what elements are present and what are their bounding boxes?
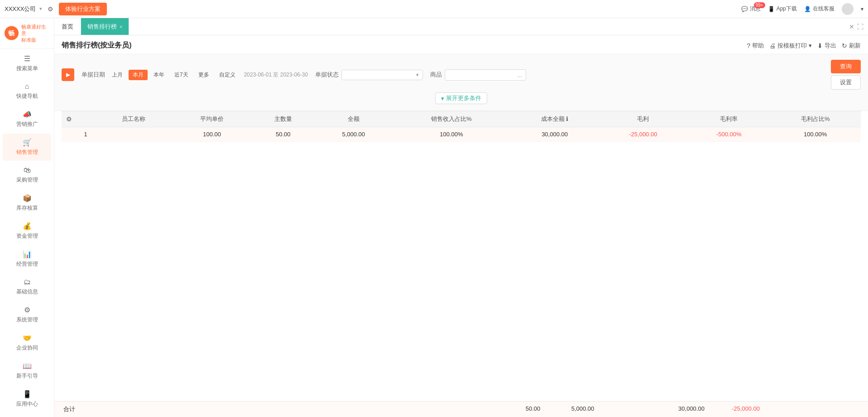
sidebar-item-finance[interactable]: 💰 资金管理: [3, 217, 51, 244]
table-cell-8: -25,000.00: [599, 127, 688, 142]
message-badge: 99+: [754, 2, 765, 8]
expand-more-btn[interactable]: ▾ 展开更多条件: [435, 92, 487, 104]
app-download-icon: 📱: [768, 6, 775, 12]
footer-total-amount: 5,000.00: [556, 405, 610, 413]
sidebar-item-inventory[interactable]: 📦 库存核算: [3, 189, 51, 216]
footer-sales-ratio: [610, 405, 664, 413]
th-settings-icon[interactable]: ⚙: [66, 115, 72, 123]
sidebar-label-quick-nav: 快捷导航: [16, 92, 38, 100]
print-btn[interactable]: 🖨 按模板打印 ▾: [769, 42, 812, 50]
sidebar-item-app-center[interactable]: 📱 应用中心: [3, 385, 51, 412]
query-btn[interactable]: 查询: [831, 60, 861, 73]
date-tab-本年[interactable]: 本年: [149, 70, 168, 80]
goods-filter-label: 商品: [430, 71, 442, 79]
goods-input[interactable]: ...: [445, 69, 526, 81]
btn-group-right: 查询 设置: [831, 60, 861, 90]
sidebar-icon-guide: 📖: [23, 362, 32, 370]
app-download-btn[interactable]: 📱 App下载: [768, 5, 797, 13]
filter-collapse-btn[interactable]: ▶: [62, 68, 74, 81]
footer-gross-rate: [773, 405, 818, 413]
tab-restore-action-icon[interactable]: ⛶: [857, 23, 863, 30]
table-cell-2: [95, 127, 173, 142]
sidebar-label-sales: 销售管理: [16, 149, 38, 156]
goods-filter-item: 商品 ...: [430, 69, 526, 81]
company-dropdown-icon[interactable]: ▾: [39, 6, 42, 12]
th-sales-ratio: 销售收入占比%: [392, 111, 511, 127]
refresh-icon: ↻: [842, 42, 847, 49]
sidebar-item-enterprise-wechat[interactable]: 💬 企业微信: [3, 413, 51, 417]
date-tabs: 上月本月本年近7天更多自定义: [108, 70, 240, 80]
th-avg-price: 平均单价: [173, 111, 251, 127]
header-right: 💬 消息 99+ 📱 App下载 👤 在线客服 ▾: [741, 3, 863, 15]
table-cell-0: [62, 127, 77, 142]
refresh-btn[interactable]: ↻ 刷新: [842, 42, 861, 50]
header-settings-icon[interactable]: ⚙: [46, 4, 55, 14]
sidebar-icon-quick-nav: ⌂: [25, 82, 29, 91]
date-tab-近7天[interactable]: 近7天: [170, 70, 192, 80]
status-filter-label: 单据状态: [315, 71, 339, 79]
help-icon: ?: [747, 42, 750, 49]
tab-bar: 首页 销售排行榜 × ✕ ⛶: [54, 18, 868, 35]
th-gross-profit: 毛利: [599, 111, 688, 127]
th-employee: 员工名称: [95, 111, 173, 127]
footer-avg-price: [465, 405, 510, 413]
print-dropdown-icon[interactable]: ▾: [809, 42, 812, 49]
user-avatar[interactable]: [842, 3, 854, 15]
sidebar: 畅 畅康通好生意 标准版 ☰ 搜索菜单 ⌂ 快捷导航 📣 营销推广 🛒 销售管理…: [0, 18, 54, 417]
message-btn[interactable]: 💬 消息 99+: [741, 5, 761, 13]
date-filter-label: 单据日期: [82, 71, 105, 79]
message-icon: 💬: [741, 6, 748, 12]
tab-sales-ranking[interactable]: 销售排行榜 ×: [81, 18, 129, 35]
footer-cost-amount: 30,000.00: [664, 405, 719, 413]
sidebar-item-basic-info[interactable]: 🗂 基础信息: [3, 273, 51, 300]
print-label: 按模板打印: [777, 42, 807, 50]
table-cell-9: -500.00%: [688, 127, 770, 142]
export-label: 导出: [825, 42, 836, 50]
sidebar-item-purchase[interactable]: 🛍 采购管理: [3, 162, 51, 188]
date-tab-自定义[interactable]: 自定义: [215, 70, 240, 80]
help-btn[interactable]: ? 帮助: [747, 42, 764, 50]
online-service-label: 在线客服: [813, 5, 834, 13]
date-tab-更多[interactable]: 更多: [194, 70, 213, 80]
sidebar-item-sales[interactable]: 🛒 销售管理: [3, 134, 51, 161]
sidebar-icon-operations: 📊: [23, 250, 32, 259]
status-select[interactable]: ▾: [341, 70, 423, 80]
sidebar-label-system: 系统管理: [16, 316, 38, 324]
sidebar-label-cooperation: 企业协同: [16, 344, 38, 352]
trial-btn[interactable]: 体验行业方案: [59, 3, 107, 15]
tab-close-icon[interactable]: ×: [120, 24, 122, 29]
table-cell-3: 100.00: [173, 127, 251, 142]
footer-gross-ratio: [818, 405, 863, 413]
sidebar-item-system[interactable]: ⚙ 系统管理: [3, 301, 51, 328]
settings-btn[interactable]: 设置: [831, 75, 861, 90]
sidebar-icon-basic-info: 🗂: [24, 278, 31, 286]
sidebar-item-marketing[interactable]: 📣 营销推广: [3, 105, 51, 133]
company-name[interactable]: XXXXX公司: [5, 5, 36, 13]
goods-more-icon[interactable]: ...: [517, 72, 522, 78]
online-service-btn[interactable]: 👤 在线客服: [804, 5, 834, 13]
expand-more-row: ▾ 展开更多条件: [62, 90, 861, 105]
table-row[interactable]: 1100.0050.005,000.00100.00%30,000.00-25,…: [62, 127, 861, 142]
tab-home[interactable]: 首页: [54, 18, 81, 35]
svg-text:畅: 畅: [8, 30, 14, 37]
sidebar-label-purchase: 采购管理: [16, 176, 38, 184]
footer-main-qty: 50.00: [510, 405, 556, 413]
sidebar-item-search-order[interactable]: ☰ 搜索菜单: [3, 50, 51, 77]
sidebar-item-cooperation[interactable]: 🤝 企业协同: [3, 329, 51, 356]
page-title: 销售排行榜(按业务员): [62, 41, 132, 50]
table-settings-th[interactable]: ⚙: [62, 111, 77, 127]
logo-icon: 畅: [4, 25, 19, 41]
tab-close-action-icon[interactable]: ✕: [849, 23, 854, 30]
export-btn[interactable]: ⬇ 导出: [817, 42, 836, 50]
date-filter-item: 单据日期 上月本月本年近7天更多自定义 2023-06-01 至 2023-06…: [82, 70, 308, 80]
table-header: ⚙ 员工名称 平均单价 主数量 全额 销售收入占比% 成本全额 ℹ 毛利 毛: [62, 111, 861, 127]
sidebar-item-guide[interactable]: 📖 新手引导: [3, 357, 51, 384]
sidebar-item-quick-nav[interactable]: ⌂ 快捷导航: [3, 78, 51, 105]
sidebar-icon-system: ⚙: [24, 306, 30, 314]
th-total-amount: 全额: [315, 111, 392, 127]
th-cost-amount: 成本全额 ℹ: [511, 111, 598, 127]
sidebar-item-operations[interactable]: 📊 经营管理: [3, 245, 51, 273]
user-name[interactable]: ▾: [861, 6, 863, 12]
date-tab-本月[interactable]: 本月: [129, 70, 148, 80]
date-tab-上月[interactable]: 上月: [108, 70, 127, 80]
